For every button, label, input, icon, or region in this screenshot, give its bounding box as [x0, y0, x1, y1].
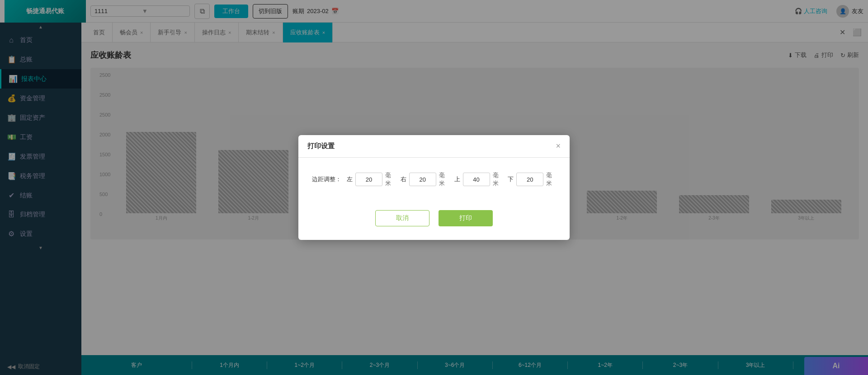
top-label: 上 — [454, 175, 460, 183]
modal-overlay: 打印设置 × 边距调整： 左 毫米 右 毫米 上 毫米 — [0, 0, 868, 375]
modal-footer: 取消 打印 — [298, 210, 570, 240]
margin-right-group: 右 毫米 — [401, 171, 449, 188]
left-unit: 毫米 — [385, 171, 395, 188]
top-margin-input[interactable] — [463, 173, 490, 186]
bottom-unit: 毫米 — [546, 171, 556, 188]
modal-header: 打印设置 × — [298, 135, 570, 158]
left-label: 左 — [347, 175, 353, 183]
print-confirm-label: 打印 — [459, 214, 472, 221]
margin-left-group: 左 毫米 — [347, 171, 395, 188]
margin-bottom-group: 下 毫米 — [508, 171, 556, 188]
left-margin-input[interactable] — [355, 173, 382, 186]
top-unit: 毫米 — [493, 171, 503, 188]
cancel-button[interactable]: 取消 — [375, 210, 429, 226]
margin-top-group: 上 毫米 — [454, 171, 503, 188]
modal-body: 边距调整： 左 毫米 右 毫米 上 毫米 下 — [298, 158, 570, 210]
modal-title: 打印设置 — [307, 142, 335, 150]
margin-row: 边距调整： 左 毫米 右 毫米 上 毫米 下 — [312, 171, 556, 188]
bottom-margin-input[interactable] — [516, 173, 543, 186]
margin-label: 边距调整： — [312, 175, 341, 183]
print-settings-modal: 打印设置 × 边距调整： 左 毫米 右 毫米 上 毫米 — [298, 135, 570, 240]
bottom-label: 下 — [508, 175, 514, 183]
modal-close-button[interactable]: × — [556, 141, 561, 151]
print-confirm-button[interactable]: 打印 — [439, 210, 493, 226]
right-margin-input[interactable] — [409, 173, 436, 186]
right-label: 右 — [401, 175, 406, 183]
cancel-label: 取消 — [396, 214, 409, 221]
right-unit: 毫米 — [439, 171, 449, 188]
